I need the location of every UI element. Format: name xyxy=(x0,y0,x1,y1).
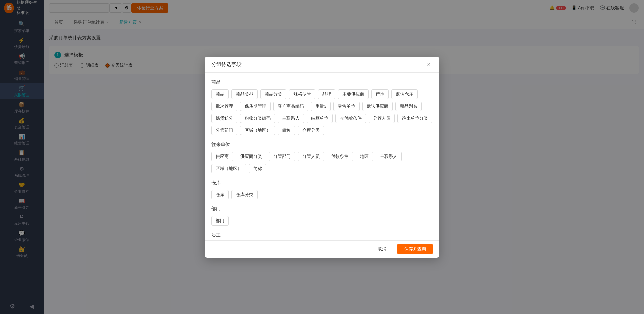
partner-field-tags: 供应商 供应商分类 分管部门 分管人员 付款条件 地区 主联系人 区域（地区） … xyxy=(211,152,433,173)
field-tag-shelf-life[interactable]: 保质期管理 xyxy=(240,102,271,111)
field-tag-warehouse-category[interactable]: 仓库分类 xyxy=(231,190,258,199)
field-tag-weight[interactable]: 重量3 xyxy=(311,102,331,111)
field-tag-partner-category[interactable]: 往来单位分类 xyxy=(397,114,432,123)
field-tag-manager[interactable]: 分管人员 xyxy=(369,114,395,123)
field-tag-pick-score[interactable]: 拣货积分 xyxy=(211,114,237,123)
category-employee-title: 员工 xyxy=(211,232,433,238)
department-field-tags: 部门 xyxy=(211,216,433,226)
modal-title: 分组待选字段 xyxy=(211,61,241,68)
field-tag-supplier[interactable]: 供应商 xyxy=(211,152,233,161)
field-tag-settle-unit[interactable]: 结算单位 xyxy=(307,114,333,123)
goods-field-tags: 商品 商品类型 商品分类 规格型号 品牌 主要供应商 产地 默认仓库 批次管理 … xyxy=(211,89,433,135)
field-tag-partner-manager[interactable]: 分管人员 xyxy=(298,152,324,161)
field-tag-department[interactable]: 部门 xyxy=(211,216,229,226)
field-tag-short-name[interactable]: 简称 xyxy=(278,126,295,135)
field-tag-goods[interactable]: 商品 xyxy=(211,89,229,99)
field-tag-payment-cond[interactable]: 付款条件 xyxy=(327,152,353,161)
field-tag-alias[interactable]: 商品别名 xyxy=(395,102,422,111)
category-department: 部门 部门 xyxy=(211,206,433,226)
field-tag-main-supplier[interactable]: 主要供应商 xyxy=(338,89,369,99)
category-employee: 员工 业务员 xyxy=(211,232,433,240)
category-goods-title: 商品 xyxy=(211,79,433,85)
field-tag-partner-dept[interactable]: 分管部门 xyxy=(269,152,295,161)
field-tag-origin[interactable]: 产地 xyxy=(371,89,389,99)
field-tag-tax-code[interactable]: 税收分类编码 xyxy=(240,114,275,123)
modal-body: 商品 商品 商品类型 商品分类 规格型号 品牌 主要供应商 产地 默认仓库 批次… xyxy=(205,73,439,240)
field-tag-goods-category[interactable]: 商品分类 xyxy=(260,89,286,99)
field-tag-default-supplier[interactable]: 默认供应商 xyxy=(362,102,393,111)
field-tag-retail-unit[interactable]: 零售单位 xyxy=(333,102,360,111)
field-tag-region[interactable]: 区域（地区） xyxy=(240,126,275,135)
field-tag-customer-code[interactable]: 客户商品编码 xyxy=(273,102,308,111)
modal-groupby-fields: 分组待选字段 × 商品 商品 商品类型 商品分类 规格型号 品牌 主要供应商 产… xyxy=(205,57,439,258)
category-partner: 往来单位 供应商 供应商分类 分管部门 分管人员 付款条件 地区 主联系人 区域… xyxy=(211,142,433,173)
category-partner-title: 往来单位 xyxy=(211,142,433,148)
field-tag-main-contact[interactable]: 主联系人 xyxy=(278,114,304,123)
field-tag-batch[interactable]: 批次管理 xyxy=(211,102,237,111)
modal-header: 分组待选字段 × xyxy=(205,57,439,73)
field-tag-warehouse[interactable]: 仓库 xyxy=(211,190,229,199)
field-tag-payment-terms[interactable]: 收付款条件 xyxy=(335,114,366,123)
category-goods: 商品 商品 商品类型 商品分类 规格型号 品牌 主要供应商 产地 默认仓库 批次… xyxy=(211,79,433,135)
field-tag-goods-type[interactable]: 商品类型 xyxy=(231,89,258,99)
category-department-title: 部门 xyxy=(211,206,433,212)
field-tag-spec[interactable]: 规格型号 xyxy=(289,89,315,99)
field-tag-dept[interactable]: 分管部门 xyxy=(211,126,237,135)
field-tag-partner-region[interactable]: 区域（地区） xyxy=(211,164,246,173)
category-warehouse: 仓库 仓库 仓库分类 xyxy=(211,180,433,199)
field-tag-area[interactable]: 地区 xyxy=(356,152,373,161)
field-tag-brand[interactable]: 品牌 xyxy=(318,89,335,99)
modal-close-button[interactable]: × xyxy=(425,60,433,68)
modal-footer: 取消 保存并查询 xyxy=(205,240,439,258)
confirm-button[interactable]: 保存并查询 xyxy=(397,244,433,254)
field-tag-supplier-cat[interactable]: 供应商分类 xyxy=(236,152,266,161)
warehouse-field-tags: 仓库 仓库分类 xyxy=(211,190,433,199)
category-warehouse-title: 仓库 xyxy=(211,180,433,186)
cancel-button[interactable]: 取消 xyxy=(371,244,393,254)
field-tag-partner-contact[interactable]: 主联系人 xyxy=(376,152,402,161)
field-tag-default-warehouse[interactable]: 默认仓库 xyxy=(391,89,418,99)
field-tag-partner-short[interactable]: 简称 xyxy=(249,164,266,173)
field-tag-warehouse-cat[interactable]: 仓库分类 xyxy=(298,126,324,135)
